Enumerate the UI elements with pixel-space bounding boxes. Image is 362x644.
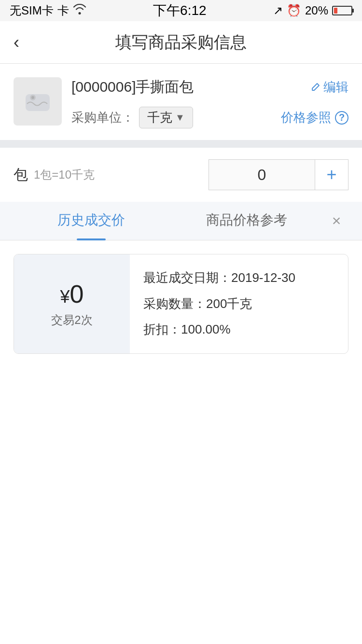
product-header: [0000006]手撕面包 编辑 [71,77,348,97]
tab-product-price[interactable]: 商品价格参考 [169,202,324,240]
back-button[interactable]: ‹ [14,32,19,53]
location-icon: ↗ [273,4,283,17]
wifi-icon [73,4,86,17]
quantity-input-group: + [209,159,348,190]
carrier-text: 无SIM卡 [10,3,54,18]
status-bar: 无SIM卡 卡 下午6:12 ↗ ⏰ 20% [0,0,362,21]
quantity-row: 包 1包=10千克 + [0,148,362,202]
price-ref-button[interactable]: 价格参照 ? [281,109,348,126]
svg-point-2 [31,96,34,99]
price-panel: 历史成交价 商品价格参考 × ¥0 交易2次 最近成交日期：2019-12-30… [0,202,362,367]
battery-percentage: 20% [305,4,328,17]
close-button[interactable]: × [324,209,348,233]
help-icon: ? [335,111,348,125]
card-price: ¥0 [60,280,84,308]
currency-symbol: ¥ [60,287,70,307]
product-card: [0000006]手撕面包 编辑 采购单位： 千克 ▼ 价格参照 ? [0,64,362,140]
nav-bar: ‹ 填写商品采购信息 [0,21,362,64]
status-left: 无SIM卡 卡 [10,3,86,18]
history-price-card: ¥0 交易2次 最近成交日期：2019-12-30 采购数量：200千克 折扣：… [14,254,348,354]
status-right: ↗ ⏰ 20% [273,4,352,17]
status-time: 下午6:12 [153,1,207,20]
card-left: ¥0 交易2次 [14,254,130,353]
unit-select[interactable]: 千克 ▼ [139,107,193,128]
product-unit-row: 采购单位： 千克 ▼ 价格参照 ? [71,107,348,128]
card-discount: 折扣：100.00% [143,320,334,340]
quantity-input[interactable] [209,159,315,190]
alarm-icon: ⏰ [287,4,301,17]
product-image [14,77,62,126]
quantity-label: 包 1包=10千克 [14,165,95,185]
unit-label: 采购单位： 千克 ▼ [71,107,193,128]
card-recent-date: 最近成交日期：2019-12-30 [143,268,334,288]
sim-icon: 卡 [57,3,69,18]
edit-button[interactable]: 编辑 [310,79,348,96]
quantity-sublabel: 1包=10千克 [34,167,95,182]
product-name: [0000006]手撕面包 [71,77,194,97]
section-divider [0,140,362,148]
quantity-unit: 包 [14,165,28,185]
tab-history-price[interactable]: 历史成交价 [14,202,169,240]
quantity-plus-button[interactable]: + [315,159,348,190]
product-info: [0000006]手撕面包 编辑 采购单位： 千克 ▼ 价格参照 ? [71,77,348,128]
chevron-down-icon: ▼ [175,112,185,123]
empty-content-area [0,367,362,644]
card-purchase-qty: 采购数量：200千克 [143,294,334,314]
history-price-list: ¥0 交易2次 最近成交日期：2019-12-30 采购数量：200千克 折扣：… [0,240,362,367]
price-panel-tabs: 历史成交价 商品价格参考 × [0,202,362,240]
card-right: 最近成交日期：2019-12-30 采购数量：200千克 折扣：100.00% [130,254,348,353]
battery-icon [332,6,352,15]
page-title: 填写商品采购信息 [115,31,247,54]
card-trades: 交易2次 [51,312,92,328]
